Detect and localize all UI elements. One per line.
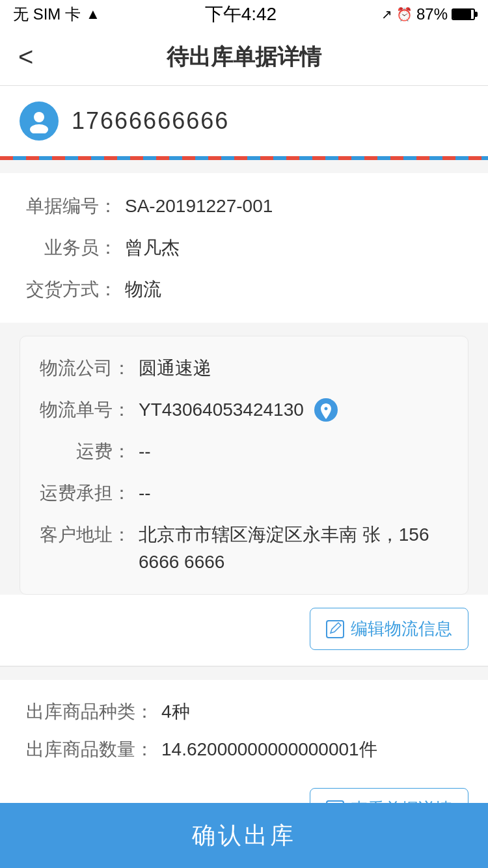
order-number-row: 单据编号： SA-20191227-001 — [26, 193, 462, 220]
tracking-value: YT43064053424130 — [139, 396, 448, 424]
logistics-company-label: 物流公司： — [40, 355, 131, 382]
freight-bearer-label: 运费承担： — [40, 480, 131, 507]
edit-icon — [326, 620, 344, 638]
goods-section: 出库商品种类： 4种 出库商品数量： 14.62000000000000001件 — [0, 680, 488, 781]
freight-label: 运费： — [40, 438, 131, 465]
tracking-row: 物流单号： YT43064053424130 — [40, 396, 448, 424]
dashed-divider — [0, 156, 488, 160]
delivery-row: 交货方式： 物流 — [26, 276, 462, 303]
staff-label: 业务员： — [26, 234, 117, 262]
alarm-icon: ⏰ — [396, 7, 413, 22]
confirm-button[interactable]: 确认出库 — [0, 803, 488, 868]
freight-row: 运费： -- — [40, 438, 448, 465]
edit-logistics-button[interactable]: 编辑物流信息 — [310, 608, 468, 650]
staff-row: 业务员： 曾凡杰 — [26, 234, 462, 262]
status-left: 无 SIM 卡 ▲ — [13, 4, 100, 25]
status-time: 下午4:42 — [205, 2, 277, 27]
user-card: 17666666666 — [0, 86, 488, 156]
logistics-company-row: 物流公司： 圆通速递 — [40, 355, 448, 382]
address-row: 客户地址： 北京市市辖区海淀区永丰南 张，156 6666 6666 — [40, 521, 448, 576]
address-label: 客户地址： — [40, 521, 131, 549]
freight-bearer-value: -- — [139, 480, 448, 507]
map-pin-icon[interactable] — [314, 398, 338, 422]
delivery-label: 交货方式： — [26, 276, 117, 303]
delivery-value: 物流 — [125, 276, 462, 303]
wifi-icon: ▲ — [86, 6, 100, 23]
svg-rect-3 — [327, 621, 344, 638]
bottom-area: 确认出库 — [0, 803, 488, 868]
freight-value: -- — [139, 438, 448, 465]
goods-quantity-label: 出库商品数量： — [26, 737, 154, 762]
tracking-label: 物流单号： — [40, 396, 131, 424]
freight-bearer-row: 运费承担： -- — [40, 480, 448, 507]
status-bar: 无 SIM 卡 ▲ 下午4:42 ↗ ⏰ 87% — [0, 0, 488, 29]
svg-point-1 — [30, 124, 48, 133]
status-right: ↗ ⏰ 87% — [381, 5, 475, 23]
section-divider — [0, 666, 488, 667]
nav-bar: < 待出库单据详情 — [0, 29, 488, 86]
battery-icon — [452, 8, 475, 20]
goods-quantity-value: 14.62000000000000001件 — [161, 737, 377, 762]
staff-value: 曾凡杰 — [125, 234, 462, 262]
address-value: 北京市市辖区海淀区永丰南 张，156 6666 6666 — [139, 521, 448, 576]
order-number-value: SA-20191227-001 — [125, 193, 462, 220]
goods-types-value: 4种 — [161, 699, 190, 724]
logistics-company-value: 圆通速递 — [139, 355, 448, 382]
logistics-card: 物流公司： 圆通速递 物流单号： YT43064053424130 运费： --… — [20, 336, 468, 595]
order-number-label: 单据编号： — [26, 193, 117, 220]
goods-types-label: 出库商品种类： — [26, 699, 154, 724]
edit-logistics-wrap: 编辑物流信息 — [0, 595, 488, 666]
avatar — [20, 102, 59, 141]
battery-label: 87% — [416, 5, 448, 23]
page-title: 待出库单据详情 — [167, 42, 321, 72]
user-phone: 17666666666 — [72, 107, 229, 135]
sim-label: 无 SIM 卡 — [13, 4, 81, 25]
back-button[interactable]: < — [18, 42, 33, 72]
order-info-section: 单据编号： SA-20191227-001 业务员： 曾凡杰 交货方式： 物流 — [0, 173, 488, 323]
goods-types-row: 出库商品种类： 4种 — [26, 699, 462, 724]
goods-quantity-row: 出库商品数量： 14.62000000000000001件 — [26, 737, 462, 762]
location-status-icon: ↗ — [381, 7, 392, 22]
svg-point-0 — [34, 112, 44, 122]
